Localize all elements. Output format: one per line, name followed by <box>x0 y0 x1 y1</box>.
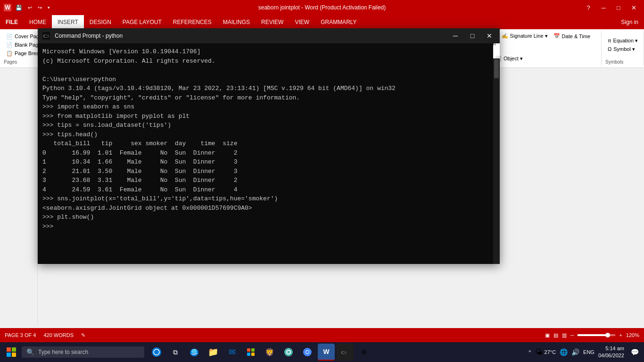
svg-rect-8 <box>247 348 250 352</box>
cmd-scrollbar[interactable] <box>493 58 500 264</box>
save-button[interactable]: 💾 <box>14 4 24 11</box>
date-time-label: Date & Time <box>562 33 591 39</box>
cmd-body[interactable]: Microsoft Windows [Version 10.0.19044.17… <box>38 43 493 264</box>
customize-button[interactable]: ▾ <box>46 5 51 10</box>
window-title: seaborn jointplot - Word (Product Activa… <box>258 4 386 11</box>
svg-point-3 <box>152 347 161 357</box>
window-controls: ? ─ □ ✕ <box>582 3 640 12</box>
cmd-maximize-button[interactable]: □ <box>466 29 479 42</box>
pages-group-label: Pages <box>4 58 17 65</box>
maximize-button[interactable]: □ <box>612 3 625 12</box>
layout-view-print[interactable]: ▣ <box>545 332 550 338</box>
tab-design[interactable]: DESIGN <box>84 15 117 29</box>
taskbar-clock[interactable]: 5:14 am 04/06/2022 <box>598 345 624 360</box>
status-right: ▣ ▤ ▥ ─ + 120% <box>545 332 639 338</box>
svg-rect-11 <box>251 353 255 356</box>
ribbon-tab-bar: FILE HOME INSERT DESIGN PAGE LAYOUT REFE… <box>0 15 644 29</box>
taskbar-cortana[interactable] <box>148 344 165 361</box>
svg-text:C:\: C:\ <box>43 33 49 39</box>
notification-button[interactable]: 💬 <box>628 346 641 359</box>
symbols-items: π Equation ▾ Ω Symbol ▾ <box>605 32 640 58</box>
equation-button[interactable]: π Equation ▾ <box>605 37 640 45</box>
tab-insert[interactable]: INSERT <box>52 15 84 29</box>
cmd-scroll-thumb[interactable] <box>494 59 499 78</box>
svg-rect-9 <box>251 348 255 352</box>
taskbar-chrome[interactable] <box>299 344 316 361</box>
minimize-button[interactable]: ─ <box>597 3 610 12</box>
taskbar-unknown[interactable]: ⚙ <box>355 344 372 361</box>
taskbar-store[interactable] <box>242 344 259 361</box>
svg-text:C:\: C:\ <box>341 350 347 355</box>
svg-point-14 <box>287 351 290 354</box>
group-symbols: π Equation ▾ Ω Symbol ▾ Symbols <box>602 31 644 66</box>
language-indicator[interactable]: ENG <box>583 349 594 355</box>
symbols-group-label: Symbols <box>605 58 623 65</box>
layout-view-read[interactable]: ▥ <box>562 332 567 338</box>
cmd-window-title: Command Prompt - python <box>55 33 445 39</box>
zoom-out-button[interactable]: ─ <box>570 332 574 338</box>
title-bar: W 💾 ↩ ↪ ▾ seaborn jointplot - Word (Prod… <box>0 0 644 15</box>
taskbar-terminal[interactable]: C:\ <box>337 344 354 361</box>
taskbar-chrome-edge[interactable] <box>280 344 297 361</box>
date-time-button[interactable]: 📅 Date & Time <box>551 32 593 40</box>
taskbar-mail[interactable]: ✉ <box>223 344 240 361</box>
cmd-close-button[interactable]: ✕ <box>483 29 496 42</box>
taskbar-search[interactable]: 🔍 <box>22 346 144 358</box>
zoom-slider-thumb[interactable] <box>605 333 610 337</box>
show-hidden-icons[interactable]: ^ <box>528 349 531 355</box>
svg-rect-10 <box>247 353 250 356</box>
tab-file[interactable]: FILE <box>0 15 24 29</box>
track-changes-icon[interactable]: ✎ <box>81 332 85 338</box>
sign-in-button[interactable]: Sign in <box>615 19 644 25</box>
symbol-label: Symbol ▾ <box>613 46 635 52</box>
equation-icon: π <box>608 38 611 43</box>
taskbar-systray: ^ 🌤 27°C 🌐 🔊 ENG 5:14 am 04/06/2022 💬 <box>528 345 641 360</box>
tab-view[interactable]: VIEW <box>289 15 315 29</box>
taskbar-brave[interactable]: 🦁 <box>261 344 278 361</box>
undo-button[interactable]: ↩ <box>26 4 33 11</box>
help-button[interactable]: ? <box>582 3 595 12</box>
svg-point-17 <box>306 351 309 354</box>
search-input[interactable] <box>38 349 132 355</box>
zoom-in-button[interactable]: + <box>619 332 622 338</box>
cover-page-icon: 📄 <box>6 33 13 40</box>
taskbar-explorer[interactable]: 📁 <box>205 344 222 361</box>
tab-pagelayout[interactable]: PAGE LAYOUT <box>117 15 167 29</box>
page-break-icon: 📋 <box>6 50 13 57</box>
taskbar: 🔍 ⧉ 📁 ✉ 🦁 W C:\ ⚙ ^ 🌤 <box>0 342 644 362</box>
symbol-button[interactable]: Ω Symbol ▾ <box>605 45 637 53</box>
tab-home[interactable]: HOME <box>24 15 52 29</box>
symbol-icon: Ω <box>608 46 611 52</box>
page-indicator[interactable]: PAGE 3 OF 4 <box>5 332 36 338</box>
tab-references[interactable]: REFERENCES <box>167 15 217 29</box>
zoom-bar[interactable] <box>578 334 615 336</box>
search-icon: 🔍 <box>26 348 34 356</box>
layout-view-web[interactable]: ▤ <box>553 332 558 338</box>
signature-line-button[interactable]: ✍ Signature Line ▾ <box>499 32 550 40</box>
tab-mailings[interactable]: MAILINGS <box>217 15 256 29</box>
zoom-level[interactable]: 120% <box>626 332 639 338</box>
zoom-slider[interactable] <box>578 334 615 336</box>
start-button[interactable] <box>3 344 20 361</box>
taskbar-task-view[interactable]: ⧉ <box>167 344 184 361</box>
cmd-titlebar: C:\ Command Prompt - python ─ □ ✕ <box>38 28 500 43</box>
object-label: Object ▾ <box>504 56 523 62</box>
taskbar-word[interactable]: W <box>318 344 335 361</box>
date-time-icon: 📅 <box>553 33 560 39</box>
taskbar-edge[interactable] <box>186 344 203 361</box>
weather-widget[interactable]: 🌤 27°C <box>535 348 556 356</box>
network-icon[interactable]: 🌐 <box>560 348 568 356</box>
speaker-icon[interactable]: 🔊 <box>571 348 579 356</box>
clock-date: 04/06/2022 <box>598 352 624 359</box>
taskbar-apps: ⧉ 📁 ✉ 🦁 W C:\ ⚙ <box>148 344 372 361</box>
tab-review[interactable]: REVIEW <box>256 15 289 29</box>
tab-grammarly[interactable]: GRAMMARLY <box>315 15 362 29</box>
cmd-minimize-button[interactable]: ─ <box>449 29 462 42</box>
close-button[interactable]: ✕ <box>627 3 640 12</box>
blank-page-icon: 📄 <box>6 42 13 48</box>
cmd-window: C:\ Command Prompt - python ─ □ ✕ Micros… <box>38 28 500 264</box>
word-icon: W <box>4 4 11 11</box>
redo-button[interactable]: ↪ <box>36 4 43 11</box>
word-count[interactable]: 420 WORDS <box>43 332 74 338</box>
svg-point-6 <box>191 349 197 354</box>
